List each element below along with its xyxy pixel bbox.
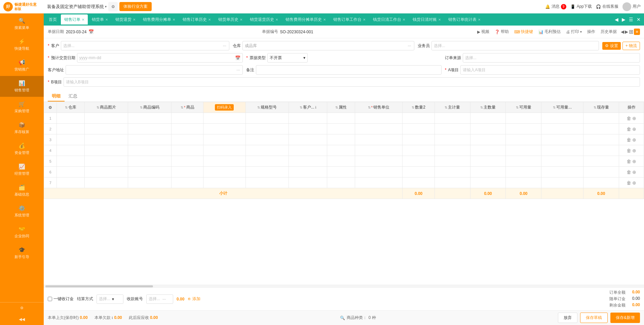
row-copy-icon[interactable]: ⊕ bbox=[632, 116, 636, 121]
sidebar-item-7[interactable]: 📈 经营管理 bbox=[0, 159, 44, 180]
horizontal-scrollbar[interactable] bbox=[44, 285, 644, 287]
tab-close-all-btn[interactable]: ✕ bbox=[635, 17, 642, 22]
tab-1[interactable]: 销售订单✕ bbox=[61, 14, 88, 25]
online-support-btn[interactable]: 🎧 在线客服 bbox=[596, 4, 618, 9]
nav-next-btn[interactable]: ▶ bbox=[625, 29, 628, 35]
row-delete-icon[interactable]: 🗑 bbox=[627, 148, 631, 153]
row-copy-icon[interactable]: ⊕ bbox=[632, 148, 636, 153]
save-draft-btn[interactable]: 保存草稿 bbox=[580, 313, 608, 323]
col-available[interactable]: ⇅可用量 bbox=[506, 102, 541, 113]
row-delete-icon[interactable]: 🗑 bbox=[627, 159, 631, 164]
tab-close-10[interactable]: ✕ bbox=[403, 18, 405, 22]
tab-0[interactable]: 首页 bbox=[45, 14, 60, 25]
customer-expand-icon[interactable]: ··· bbox=[222, 43, 227, 48]
row-delete-icon[interactable]: 🗑 bbox=[627, 137, 631, 143]
row-delete-icon[interactable]: 🗑 bbox=[627, 180, 631, 186]
quick-collect-checkbox[interactable]: 一键收订金 bbox=[48, 296, 74, 302]
col-spec[interactable]: ⇅规格型号 bbox=[245, 102, 289, 113]
solution-button[interactable]: 体验行业方案 bbox=[119, 2, 152, 11]
sidebar-item-4[interactable]: 🛒 采购管理 bbox=[0, 97, 44, 118]
col-settings[interactable]: ⚙ bbox=[44, 102, 57, 113]
tab-close-5[interactable]: ✕ bbox=[208, 18, 211, 22]
tab-4[interactable]: 销售费用分摊单✕ bbox=[140, 14, 179, 25]
warehouse-input[interactable]: 成品库 ··· bbox=[242, 41, 414, 50]
user-btn[interactable]: 用户 bbox=[622, 2, 641, 11]
row-copy-icon[interactable]: ⊕ bbox=[632, 159, 636, 164]
tab-9[interactable]: 销售订单工作台✕ bbox=[330, 14, 369, 25]
settings-btn[interactable]: ⚙ 设置 bbox=[602, 42, 620, 50]
receipt-expand-icon[interactable]: ··· bbox=[162, 297, 166, 301]
sidebar-item-8[interactable]: 🗂️ 基础信息 bbox=[0, 180, 44, 201]
col-code[interactable]: ⇅商品编码 bbox=[128, 102, 172, 113]
notification-btn[interactable]: 🔔 消息 9 bbox=[545, 4, 566, 9]
shortcut-btn[interactable]: ⌨ 快捷键 bbox=[513, 28, 534, 35]
profit-btn[interactable]: 📊 毛利预估 bbox=[537, 28, 562, 35]
tab-7[interactable]: 销货退货历史✕ bbox=[247, 14, 281, 25]
sidebar-item-2[interactable]: 📢 营销推广 bbox=[0, 55, 44, 76]
col-main-unit[interactable]: ⇅主计量 bbox=[434, 102, 470, 113]
row-copy-icon[interactable]: ⊕ bbox=[632, 180, 636, 186]
col-customer-code[interactable]: ⇅客户...ℹ bbox=[289, 102, 327, 113]
col-warehouse[interactable]: ⇅仓库 bbox=[57, 102, 85, 113]
col-product[interactable]: ⇅*商品 bbox=[171, 102, 203, 113]
grid-view-btn[interactable]: ⊞ bbox=[629, 29, 633, 35]
tab-12[interactable]: 销售订单统计表✕ bbox=[445, 14, 484, 25]
tab-5[interactable]: 销售订单历史✕ bbox=[179, 14, 214, 25]
sidebar-item-6[interactable]: 💰 资金管理 bbox=[0, 138, 44, 159]
tab-2[interactable]: 销货单✕ bbox=[88, 14, 111, 25]
preview-btn[interactable]: ▶ 视频 bbox=[476, 28, 491, 35]
col-unit[interactable]: ⇅*销售单位 bbox=[355, 102, 403, 113]
customer-address-input[interactable]: ··· bbox=[66, 65, 243, 75]
payment-method-select[interactable]: 选择... ▾ bbox=[97, 294, 123, 304]
sidebar-item-5[interactable]: 📦 库存核算 bbox=[0, 118, 44, 138]
row-copy-icon[interactable]: ⊕ bbox=[632, 137, 636, 143]
tab-close-8[interactable]: ✕ bbox=[323, 18, 326, 22]
order-source-input[interactable]: 选择... bbox=[463, 53, 640, 63]
tab-prev-btn[interactable]: ◀ bbox=[613, 17, 620, 22]
tab-8[interactable]: 销售费用分摊单历史✕ bbox=[282, 14, 329, 25]
remark-input[interactable] bbox=[256, 65, 441, 75]
sidebar-collapse-btn[interactable]: ◀◀ bbox=[0, 314, 44, 325]
row-copy-icon[interactable]: ⊕ bbox=[632, 169, 636, 175]
delivery-calendar-icon[interactable]: 📅 bbox=[235, 55, 240, 60]
scrollbar-thumb[interactable] bbox=[45, 285, 153, 287]
warehouse-expand-icon[interactable]: ··· bbox=[407, 43, 412, 48]
tab-close-1[interactable]: ✕ bbox=[82, 18, 84, 22]
sidebar-item-10[interactable]: 🤝 企业协同 bbox=[0, 222, 44, 243]
col-attr[interactable]: ⇅属性 bbox=[327, 102, 355, 113]
sidebar-item-0[interactable]: 🔍 搜索菜单 bbox=[0, 13, 44, 34]
operation-btn[interactable]: 操作 bbox=[586, 28, 597, 35]
tab-close-11[interactable]: ✕ bbox=[438, 18, 441, 22]
col-available2[interactable]: ⇅可用量... bbox=[541, 102, 583, 113]
address-expand-icon[interactable]: ··· bbox=[236, 68, 240, 72]
tab-6[interactable]: 销货单历史✕ bbox=[215, 14, 246, 25]
tab-close-4[interactable]: ✕ bbox=[173, 18, 175, 22]
tab-summary[interactable]: 汇总 bbox=[65, 91, 81, 101]
tab-close-7[interactable]: ✕ bbox=[275, 18, 278, 22]
save-new-btn[interactable]: 保存&新增 bbox=[610, 313, 640, 323]
row-delete-icon[interactable]: 🗑 bbox=[627, 169, 631, 175]
row-delete-icon[interactable]: 🗑 bbox=[627, 126, 631, 132]
col-image[interactable]: ⇅商品图片 bbox=[85, 102, 128, 113]
tab-next-btn[interactable]: ▶ bbox=[620, 17, 627, 22]
b-project-input[interactable]: 请输入B项目 bbox=[64, 77, 640, 87]
calendar-icon[interactable]: 📅 bbox=[88, 29, 94, 34]
col-scan[interactable]: 扫码录入 bbox=[203, 102, 245, 113]
tab-close-12[interactable]: ✕ bbox=[478, 18, 481, 22]
sidebar-settings-btn[interactable]: ⚙ bbox=[0, 302, 44, 314]
tab-detail[interactable]: 明细 bbox=[48, 91, 65, 101]
invoice-type-select[interactable]: 不开票 ▾ bbox=[267, 53, 308, 63]
print-btn[interactable]: 🖨 打印 ▾ bbox=[565, 28, 583, 35]
help-btn[interactable]: ❓ 帮助 bbox=[493, 28, 510, 35]
add-payment-btn[interactable]: ⊕ 添加 bbox=[188, 296, 200, 302]
quick-collect-check[interactable] bbox=[48, 297, 52, 301]
tab-11[interactable]: 钱货日清对账✕ bbox=[409, 14, 444, 25]
sidebar-item-3[interactable]: 📊 销售管理 bbox=[0, 76, 44, 97]
system-name-dropdown[interactable]: 装备及固定资产辅助管理系统 ▾ bbox=[47, 4, 107, 10]
sidebar-item-9[interactable]: ⚙️ 系统管理 bbox=[0, 201, 44, 222]
row-copy-icon[interactable]: ⊕ bbox=[632, 126, 636, 132]
tab-more-btn[interactable]: ☰ bbox=[627, 17, 635, 22]
tab-10[interactable]: 钱货日清工作台✕ bbox=[370, 14, 409, 25]
sidebar-item-1[interactable]: ⚡ 快捷导航 bbox=[0, 34, 44, 55]
col-current[interactable]: ⇅现存量 bbox=[583, 102, 619, 113]
